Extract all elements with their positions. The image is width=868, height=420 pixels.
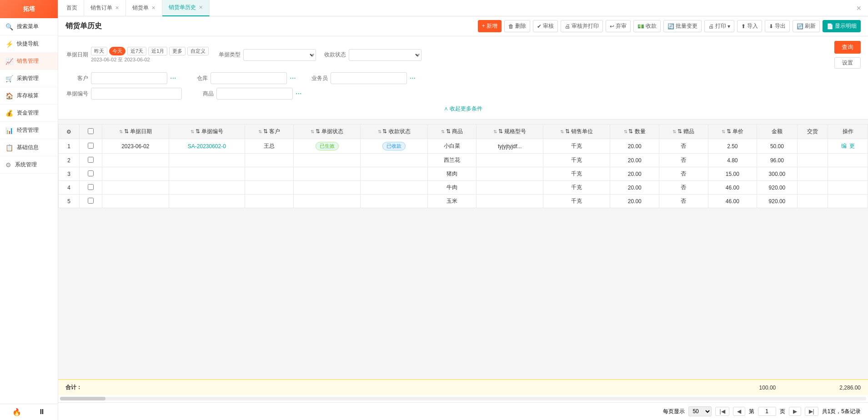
set-button[interactable]: 设置 (834, 57, 861, 69)
cell-actions[interactable] (828, 154, 868, 167)
sidebar-item-sys-mgmt[interactable]: ⚙ 系统管理 (0, 156, 58, 174)
cell-sales-unit: 千克 (543, 154, 610, 167)
goods-picker-icon[interactable]: ··· (296, 90, 301, 97)
sidebar-pause-icon[interactable]: ⏸ (38, 408, 45, 416)
row-checkbox[interactable] (80, 195, 102, 208)
audit-print-button[interactable]: 🖨 审核并打印 (561, 20, 603, 32)
col-settings[interactable]: ⚙ (59, 125, 80, 139)
row-checkbox[interactable] (80, 154, 102, 167)
cell-transaction (797, 195, 828, 208)
tab-sales-history[interactable]: 销货单历史 ✕ (162, 0, 210, 16)
sidebar-item-finance[interactable]: 💰 资金管理 (0, 105, 58, 122)
goods-input[interactable] (216, 88, 293, 100)
date-btn-1month[interactable]: 近1月 (148, 47, 167, 55)
row-checkbox[interactable] (80, 167, 102, 181)
warehouse-picker-icon[interactable]: ··· (290, 75, 296, 82)
cell-actions[interactable] (828, 181, 868, 195)
print-button[interactable]: 🖨 打印 ▾ (704, 20, 734, 32)
cell-doc-number[interactable] (169, 167, 245, 181)
row-checkbox[interactable] (80, 139, 102, 154)
tab-home[interactable]: 首页 (60, 0, 84, 16)
col-customer[interactable]: ⇅ 客户 (245, 125, 294, 139)
sidebar-item-search-menu[interactable]: 🔍 搜索菜单 (0, 18, 58, 35)
page-number-input[interactable] (758, 407, 776, 416)
delete-button[interactable]: 🗑 删除 (504, 20, 530, 32)
col-sales-unit[interactable]: ⇅ 销售单位 (543, 125, 610, 139)
tab-sales-history-close[interactable]: ✕ (199, 5, 203, 10)
edit-action[interactable]: 编 (841, 143, 847, 149)
tab-sales-delivery-close[interactable]: ✕ (151, 5, 156, 11)
sys-mgmt-icon: ⚙ (5, 161, 11, 169)
collect-button[interactable]: 💵 收款 (633, 20, 661, 32)
select-all-checkbox[interactable] (88, 128, 94, 134)
col-doc-number[interactable]: ⇅ 单据编号 (169, 125, 245, 139)
cell-actions[interactable] (828, 167, 868, 181)
customer-input[interactable] (91, 72, 167, 84)
batch-change-button[interactable]: 🔄 批量变更 (663, 20, 702, 32)
cell-unit-price: 46.00 (708, 181, 757, 195)
scrollbar-thumb[interactable] (60, 397, 105, 400)
scrollbar-track[interactable] (60, 397, 866, 400)
abandon-button[interactable]: ↩ 弃审 (606, 20, 631, 32)
refresh-button[interactable]: 🔃 刷新 (793, 20, 820, 32)
collapse-conditions[interactable]: ∧ 收起更多条件 (65, 103, 861, 115)
col-doc-date[interactable]: ⇅ 单据日期 (102, 125, 169, 139)
col-payment-status[interactable]: ⇅ 收款状态 (361, 125, 427, 139)
show-detail-button[interactable]: 📄 显示明细 (823, 20, 861, 32)
col-unit-price[interactable]: ⇅ 单价 (708, 125, 757, 139)
date-btn-7days[interactable]: 近7天 (127, 47, 146, 55)
sidebar-item-quick-nav[interactable]: ⚡ 快捷导航 (0, 35, 58, 53)
more-action[interactable]: 更 (849, 143, 855, 149)
cell-actions[interactable] (828, 195, 868, 208)
date-btn-custom[interactable]: 自定义 (187, 47, 209, 55)
salesperson-input[interactable] (331, 72, 407, 84)
add-button[interactable]: + 新增 (478, 20, 502, 32)
prev-page-button[interactable]: ◀ (733, 407, 745, 416)
sidebar-item-sales-mgmt[interactable]: 📈 销售管理 (0, 53, 58, 70)
sidebar-fire-icon[interactable]: 🔥 (12, 408, 21, 416)
sidebar-item-purchase-mgmt[interactable]: 🛒 采购管理 (0, 70, 58, 87)
cell-doc-number[interactable] (169, 181, 245, 195)
col-goods[interactable]: ⇅ 商品 (427, 125, 477, 139)
col-spec-type[interactable]: ⇅ 规格型号 (477, 125, 543, 139)
sidebar-item-inventory[interactable]: 🏠 库存核算 (0, 87, 58, 105)
salesperson-picker-icon[interactable]: ··· (410, 75, 416, 82)
date-btn-yesterday[interactable]: 昨天 (91, 47, 107, 55)
last-page-button[interactable]: ▶| (805, 407, 818, 416)
cell-doc-number[interactable] (169, 154, 245, 167)
customer-picker-icon[interactable]: ··· (170, 75, 176, 82)
doc-type-select[interactable] (243, 49, 316, 61)
warehouse-input[interactable] (211, 72, 287, 84)
sidebar-item-ops-mgmt[interactable]: 📊 经营管理 (0, 122, 58, 139)
close-all-tabs[interactable]: ✕ (852, 5, 866, 12)
audit-button[interactable]: ✔ 审核 (533, 20, 558, 32)
import-button[interactable]: ⬆ 导入 (737, 20, 762, 32)
cell-customer (245, 181, 294, 195)
cell-customer (245, 154, 294, 167)
row-checkbox[interactable] (80, 181, 102, 195)
col-gift[interactable]: ⇅ 赠品 (659, 125, 708, 139)
export-button[interactable]: ⬇ 导出 (765, 20, 790, 32)
tab-sales-delivery[interactable]: 销货单 ✕ (126, 0, 162, 16)
first-page-button[interactable]: |◀ (715, 407, 729, 416)
cell-doc-number[interactable] (169, 195, 245, 208)
doc-type-label: 单据类型 (218, 51, 241, 59)
tab-sales-order-close[interactable]: ✕ (115, 5, 119, 11)
date-btn-today[interactable]: 今天 (109, 47, 125, 55)
date-btn-more[interactable]: 更多 (169, 47, 186, 55)
payment-status-dropdown-icon: ▾ (417, 52, 420, 58)
delete-icon: 🗑 (508, 23, 514, 30)
finance-icon: 💰 (5, 110, 13, 117)
col-doc-status[interactable]: ⇅ 单据状态 (294, 125, 361, 139)
query-button[interactable]: 查询 (834, 41, 861, 54)
cell-payment-status (361, 195, 427, 208)
doc-number-input[interactable] (91, 88, 182, 100)
cell-actions[interactable]: 编更 (828, 139, 868, 154)
tab-sales-order[interactable]: 销售订单 ✕ (84, 0, 126, 16)
payment-status-select[interactable] (349, 49, 421, 61)
cell-doc-number[interactable]: SA-20230602-0 (169, 139, 245, 154)
next-page-button[interactable]: ▶ (789, 407, 801, 416)
per-page-select[interactable]: 50 100 200 (688, 406, 712, 416)
sidebar-item-basic-info[interactable]: 📋 基础信息 (0, 139, 58, 156)
col-quantity[interactable]: ⇅ 数量 (610, 125, 659, 139)
